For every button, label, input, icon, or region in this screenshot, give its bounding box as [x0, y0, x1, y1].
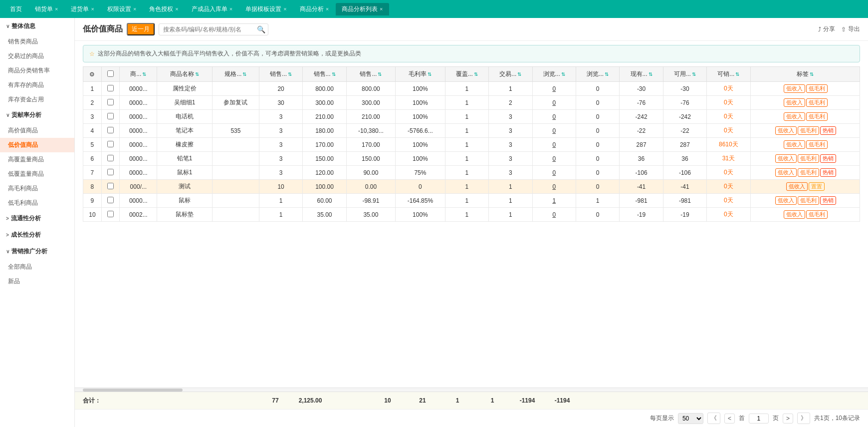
row-checkbox[interactable] — [107, 155, 114, 161]
row-checkbox-cell[interactable] — [101, 180, 119, 194]
sidebar-group-overall[interactable]: ∨ 整体信息 — [0, 18, 74, 34]
row-checkbox-cell[interactable] — [101, 82, 119, 96]
sidebar-item-low-margin[interactable]: 低毛利商品 — [0, 196, 74, 210]
sidebar-item-sales-goods[interactable]: 销售类商品 — [0, 34, 74, 49]
col-browse1[interactable]: 浏览...⇅ — [532, 67, 576, 82]
col-spec[interactable]: 规格...⇅ — [212, 67, 259, 82]
nav-product-in[interactable]: 产成品入库单 × — [186, 3, 238, 15]
close-icon[interactable]: × — [133, 6, 136, 12]
browse-link[interactable]: 0 — [552, 155, 556, 162]
nav-template[interactable]: 单据模板设置 × — [239, 3, 292, 15]
last-page-button[interactable]: 》 — [797, 413, 810, 424]
row-checkbox[interactable] — [107, 211, 114, 217]
browse-link[interactable]: 0 — [552, 85, 556, 92]
close-icon[interactable]: × — [326, 6, 329, 12]
row-browse1[interactable]: 0 — [532, 180, 576, 194]
row-checkbox-cell[interactable] — [101, 138, 119, 152]
select-all-checkbox[interactable] — [107, 70, 114, 77]
sidebar-group-circulation[interactable]: > 流通性分析 — [0, 210, 74, 227]
row-checkbox-cell[interactable] — [101, 166, 119, 180]
row-checkbox[interactable] — [107, 85, 114, 91]
sidebar-group-marketing[interactable]: ∨ 营销推广分析 — [0, 243, 74, 260]
page-number-input[interactable] — [749, 414, 769, 424]
browse-link[interactable]: 1 — [552, 197, 556, 204]
sidebar-item-high-margin[interactable]: 高毛利商品 — [0, 181, 74, 196]
row-checkbox[interactable] — [107, 197, 114, 203]
date-filter-button[interactable]: 近一月 — [127, 23, 155, 35]
close-icon[interactable]: × — [380, 6, 383, 12]
sidebar-item-low-value[interactable]: 低价值商品 — [0, 138, 74, 152]
share-button[interactable]: ⤴ 分享 — [818, 25, 835, 33]
sidebar-group-growth[interactable]: > 成长性分析 — [0, 227, 74, 243]
row-checkbox[interactable] — [107, 141, 114, 147]
browse-link[interactable]: 0 — [552, 169, 556, 176]
row-browse1[interactable]: 1 — [532, 194, 576, 208]
row-checkbox[interactable] — [107, 183, 114, 189]
close-icon[interactable]: × — [55, 6, 58, 12]
nav-permission[interactable]: 权限设置 × — [101, 3, 142, 15]
row-checkbox[interactable] — [107, 127, 114, 133]
sidebar-item-all-goods[interactable]: 全部商品 — [0, 260, 74, 274]
row-checkbox-cell[interactable] — [101, 208, 119, 222]
col-s2[interactable]: 销售...⇅ — [303, 67, 346, 82]
row-browse1[interactable]: 0 — [532, 166, 576, 180]
row-browse1[interactable]: 0 — [532, 138, 576, 152]
col-stock1[interactable]: 现有...⇅ — [620, 67, 663, 82]
row-checkbox[interactable] — [107, 169, 114, 175]
sidebar-item-high-coverage[interactable]: 高覆盖量商品 — [0, 152, 74, 167]
prev-page-button[interactable]: < — [724, 414, 735, 424]
browse-link[interactable]: 0 — [552, 127, 556, 134]
col-trade[interactable]: 交易...⇅ — [489, 67, 532, 82]
nav-home[interactable]: 首页 — [4, 3, 28, 15]
row-browse1[interactable]: 0 — [532, 208, 576, 222]
sidebar-item-stock-goods[interactable]: 有库存的商品 — [0, 78, 74, 92]
nav-product-analysis-list[interactable]: 商品分析列表 × — [336, 3, 389, 15]
nav-purchase[interactable]: 进货单 × — [65, 3, 100, 15]
col-name[interactable]: 商品名称⇅ — [157, 67, 212, 82]
nav-role[interactable]: 角色授权 × — [143, 3, 184, 15]
search-input[interactable] — [159, 23, 268, 35]
browse-link[interactable]: 0 — [552, 99, 556, 106]
search-icon[interactable]: 🔍 — [257, 25, 265, 33]
col-browse2[interactable]: 浏览...⇅ — [576, 67, 619, 82]
browse-link[interactable]: 0 — [552, 141, 556, 148]
row-browse1[interactable]: 0 — [532, 82, 576, 96]
first-page-button[interactable]: 《 — [707, 413, 720, 424]
per-page-select[interactable]: 50 100 200 — [678, 413, 703, 424]
row-checkbox-cell[interactable] — [101, 152, 119, 166]
col-code[interactable]: 商...⇅ — [120, 67, 157, 82]
row-checkbox-cell[interactable] — [101, 110, 119, 124]
row-browse1[interactable]: 0 — [532, 96, 576, 110]
col-days[interactable]: 可销...⇅ — [707, 67, 750, 82]
col-settings[interactable]: ⚙ — [83, 67, 102, 82]
row-checkbox-cell[interactable] — [101, 96, 119, 110]
close-icon[interactable]: × — [283, 6, 286, 12]
row-browse1[interactable]: 0 — [532, 124, 576, 138]
row-checkbox-cell[interactable] — [101, 194, 119, 208]
close-icon[interactable]: × — [175, 6, 178, 12]
sidebar-item-traded-goods[interactable]: 交易过的商品 — [0, 49, 74, 63]
close-icon[interactable]: × — [91, 6, 94, 12]
browse-link[interactable]: 0 — [552, 211, 556, 218]
sidebar-item-stock-capital[interactable]: 库存资金占用 — [0, 92, 74, 107]
scrollbar-row[interactable] — [75, 388, 868, 392]
row-checkbox-cell[interactable] — [101, 124, 119, 138]
sidebar-item-category-sales[interactable]: 商品分类销售率 — [0, 63, 74, 78]
browse-link[interactable]: 0 — [552, 113, 556, 120]
row-browse1[interactable]: 0 — [532, 110, 576, 124]
col-stock2[interactable]: 可用...⇅ — [663, 67, 706, 82]
export-button[interactable]: ⇧ 导出 — [841, 25, 860, 33]
sidebar-item-new-goods[interactable]: 新品 — [0, 274, 74, 289]
row-checkbox[interactable] — [107, 113, 114, 119]
col-checkbox[interactable] — [101, 67, 119, 82]
next-page-button[interactable]: > — [783, 414, 793, 424]
nav-product-analysis[interactable]: 商品分析 × — [294, 3, 335, 15]
browse-link[interactable]: 0 — [552, 183, 556, 190]
col-cover[interactable]: 覆盖...⇅ — [445, 67, 488, 82]
sidebar-item-high-value[interactable]: 高价值商品 — [0, 123, 74, 138]
col-s1[interactable]: 销售...⇅ — [259, 67, 302, 82]
col-margin[interactable]: 毛利率⇅ — [396, 67, 445, 82]
sidebar-item-low-coverage[interactable]: 低覆盖量商品 — [0, 167, 74, 181]
sidebar-group-contribution[interactable]: ∨ 贡献率分析 — [0, 107, 74, 123]
row-checkbox[interactable] — [107, 99, 114, 105]
